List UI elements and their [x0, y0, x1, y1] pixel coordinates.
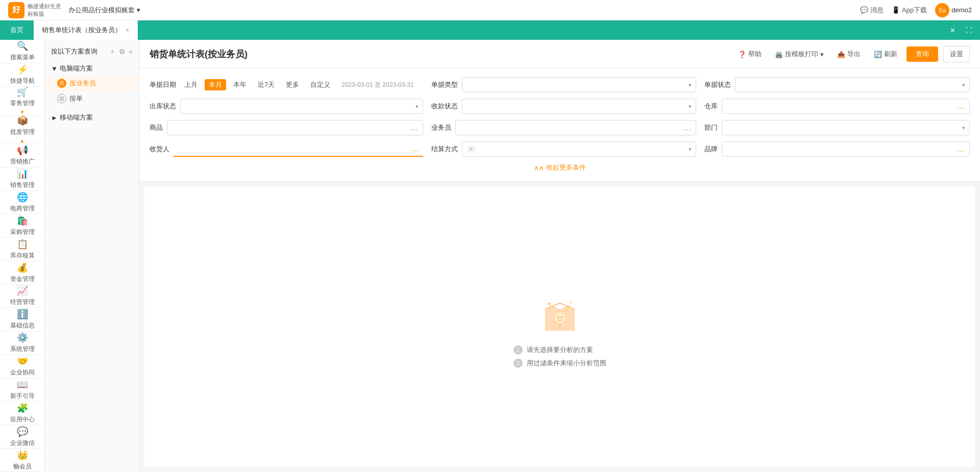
date-filter-label: 单据日期 — [150, 80, 176, 89]
sidebar-label-finance: 资金管理 — [10, 275, 35, 284]
date-tab-this-year[interactable]: 本年 — [229, 79, 251, 90]
app-download-action[interactable]: 📱 App下载 — [892, 6, 927, 15]
type-filter-label: 单据类型 — [431, 80, 458, 89]
collapse-button[interactable]: ∧∧ 收起更多条件 — [150, 160, 970, 175]
date-tab-7days[interactable]: 近7天 — [254, 79, 279, 90]
finance-icon: 💰 — [17, 262, 28, 273]
filter-area: 单据日期 上月 本月 本年 近7天 更多 自定义 2023-03-01 至 20… — [139, 68, 980, 182]
tab-sales-report[interactable]: 销售单统计表（按业务员） × — [34, 20, 138, 40]
refresh-label: 刷新 — [884, 50, 897, 59]
user-action[interactable]: Ea demo2 — [935, 3, 972, 17]
consignee-select[interactable]: … — [174, 141, 423, 157]
svg-text:★: ★ — [569, 300, 573, 305]
add-scheme-icon[interactable]: ＋ — [109, 47, 116, 56]
settings-scheme-icon[interactable]: ⚙ — [119, 48, 126, 56]
sidebar-item-finance[interactable]: 💰 资金管理 — [0, 261, 44, 285]
date-tab-last-month[interactable]: 上月 — [180, 79, 202, 90]
page-header: 销货单统计表(按业务员) ❓ 帮助 🖨️ 按模板打印 ▾ 📤 导出 — [139, 40, 980, 68]
type-select[interactable]: ▾ — [462, 77, 697, 92]
goods-select[interactable]: … — [167, 120, 423, 135]
tab-home[interactable]: 首页 — [0, 20, 34, 40]
sidebar-label-inventory: 库存核算 — [10, 251, 35, 260]
refresh-button[interactable]: 🔄 刷新 — [870, 48, 901, 61]
sidebar-item-shortcut[interactable]: ⚡ 快捷导航 — [0, 63, 44, 87]
settlement-select[interactable]: × ▾ — [462, 141, 697, 157]
settlement-clear-icon[interactable]: × — [470, 146, 473, 153]
consignee-dots-icon: … — [411, 144, 419, 153]
tab-close-button[interactable]: ✕ — [945, 23, 960, 37]
receipt-status-select[interactable]: ▾ — [462, 99, 697, 114]
sidebar-item-ecommerce[interactable]: 🌐 电商管理 — [0, 191, 44, 215]
sidebar-item-retail[interactable]: 🛒 零售管理 ▼ — [0, 87, 44, 115]
svg-point-2 — [555, 313, 565, 323]
pc-section-title[interactable]: ▼ 电脑端方案 — [45, 61, 139, 76]
sidebar-item-purchase[interactable]: 🛍️ 采购管理 — [0, 214, 44, 238]
settlement-clear-tag[interactable]: × — [467, 145, 476, 153]
page-actions: ❓ 帮助 🖨️ 按模板打印 ▾ 📤 导出 🔄 刷新 — [734, 46, 970, 62]
tabbar: 首页 销售单统计表（按业务员） × ✕ ⛶ — [0, 20, 980, 40]
sidebar-item-wholesale[interactable]: 📦 批发管理 ▲ — [0, 115, 44, 144]
consignee-control: … — [174, 141, 423, 157]
tip-text-2: 用过滤条件来缩小分析范围 — [527, 359, 606, 368]
export-icon: 📤 — [837, 51, 845, 58]
dept-control: ▾ — [722, 120, 970, 135]
sidebar-item-guide[interactable]: 📖 新手引导 — [0, 379, 44, 402]
sidebar-item-wechat[interactable]: 💬 企业微信 — [0, 425, 44, 449]
scheme-by-salesperson[interactable]: 按 按业务员 — [45, 76, 139, 91]
sidebar-item-inventory[interactable]: 📋 库存核算 — [0, 238, 44, 261]
brand-select[interactable]: … — [722, 141, 970, 157]
salesperson-select[interactable]: … — [455, 120, 697, 135]
brand-label: 品牌 — [704, 145, 718, 154]
tab-maximize-button[interactable]: ⛶ — [962, 23, 976, 37]
sidebar-label-operations: 经营管理 — [10, 298, 35, 306]
system-icon: ⚙️ — [17, 332, 28, 343]
svg-text:✦: ✦ — [565, 309, 568, 312]
consignee-col: 收货人 … — [150, 138, 423, 160]
print-button[interactable]: 🖨️ 按模板打印 ▾ — [771, 48, 828, 61]
breadcrumb-select[interactable]: 办公用品行业模拟账套 ▾ — [65, 5, 143, 16]
settlement-col: 结算方式 × ▾ — [423, 138, 697, 160]
tab-close-icon[interactable]: × — [126, 27, 129, 33]
date-tab-this-month[interactable]: 本月 — [205, 79, 226, 90]
sidebar-label-guide: 新手引导 — [10, 392, 35, 400]
logo-text: 畅捷通好生意 标账版 — [28, 3, 61, 17]
message-action[interactable]: 💬 消息 — [860, 6, 884, 15]
date-tab-custom[interactable]: 自定义 — [306, 79, 334, 90]
sidebar-label-wechat: 企业微信 — [10, 439, 35, 447]
scheme-by-order[interactable]: ⊞ 按单 — [45, 91, 139, 106]
goods-control: … — [167, 120, 423, 135]
query-button[interactable]: 查询 — [906, 46, 938, 62]
help-button[interactable]: ❓ 帮助 — [734, 48, 766, 61]
sidebar-item-sales[interactable]: 📊 销售管理 — [0, 168, 44, 191]
collapse-label: 收起更多条件 — [546, 163, 586, 172]
export-button[interactable]: 📤 导出 — [833, 48, 865, 61]
warehouse-select[interactable]: … — [722, 99, 970, 114]
basic-icon: ℹ️ — [17, 309, 28, 320]
salesperson-scheme-icon: 按 — [57, 79, 66, 88]
topbar-left: 好 畅捷通好生意 标账版 办公用品行业模拟账套 ▾ — [8, 2, 143, 18]
sidebar-item-operations[interactable]: 📈 经营管理 — [0, 285, 44, 308]
sidebar-item-apps[interactable]: 🧩 应用中心 — [0, 402, 44, 425]
sidebar-item-search[interactable]: 🔍 搜索菜单 — [0, 40, 44, 63]
filter-row-4: 收货人 … 结算方式 — [150, 138, 970, 160]
pc-section: ▼ 电脑端方案 按 按业务员 ⊞ 按单 — [45, 59, 139, 108]
settings-button[interactable]: 设置 — [943, 46, 970, 62]
mobile-section-title[interactable]: ► 移动端方案 — [45, 110, 139, 125]
sidebar-item-marketing[interactable]: 📢 营销推广 — [0, 144, 44, 168]
empty-tips: 1 请先选择要分析的方案 2 用过滤条件来缩小分析范围 — [513, 345, 606, 368]
close-window-icon: ✕ — [950, 27, 955, 34]
sidebar-item-vip[interactable]: 👑 畅会员 — [0, 449, 44, 472]
pc-section-label: 电脑端方案 — [60, 64, 93, 73]
sidebar-item-basic[interactable]: ℹ️ 基础信息 — [0, 308, 44, 332]
secondary-sidebar-header: 按以下方案查询 ＋ ⚙ « — [45, 44, 139, 59]
dept-select[interactable]: ▾ — [722, 120, 970, 135]
collapse-sidebar-icon[interactable]: « — [129, 48, 133, 56]
out-status-select[interactable]: ▾ — [180, 99, 423, 114]
collapse-up-icon: ∧∧ — [534, 164, 544, 172]
date-tab-more[interactable]: 更多 — [282, 79, 303, 90]
mobile-section-arrow: ► — [51, 114, 58, 122]
sidebar-item-coop[interactable]: 🤝 企业协同 — [0, 355, 44, 379]
status-select[interactable]: ▾ — [735, 77, 970, 92]
breadcrumb-arrow-icon: ▾ — [137, 6, 140, 14]
sidebar-item-system[interactable]: ⚙️ 系统管理 — [0, 332, 44, 355]
